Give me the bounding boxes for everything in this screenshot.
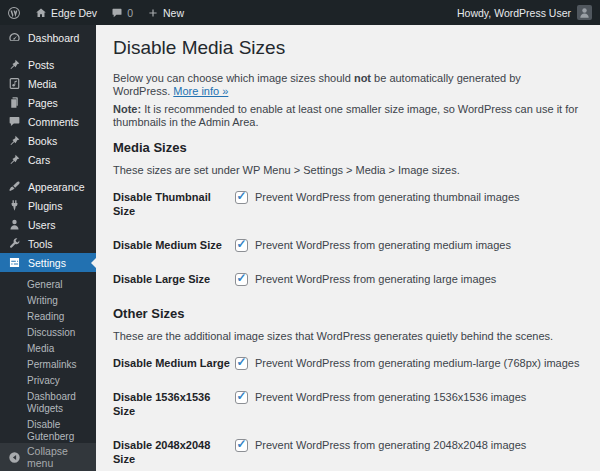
- checkmark-icon: ✓: [236, 391, 246, 402]
- comments-count: 0: [127, 7, 133, 19]
- sidebar-item-comments[interactable]: Comments: [0, 112, 96, 131]
- more-info-link[interactable]: More info »: [173, 85, 228, 97]
- pushpin-icon: [8, 153, 21, 166]
- pushpin-icon: [8, 134, 21, 147]
- checkbox[interactable]: ✓: [235, 391, 248, 404]
- settings-icon: [8, 256, 21, 269]
- submenu-item-media[interactable]: Media: [0, 341, 96, 357]
- checkmark-icon: ✓: [236, 273, 246, 284]
- setting-control[interactable]: ✓ Prevent WordPress from generating medi…: [235, 356, 579, 370]
- setting-row-medium-large: Disable Medium Large ✓ Prevent WordPress…: [113, 356, 580, 370]
- submenu-item-writing[interactable]: Writing: [0, 293, 96, 309]
- submenu-item-dashboard-widgets[interactable]: Dashboard Widgets: [0, 389, 96, 417]
- admin-bar: Edge Dev 0 New Howdy, WordPress User: [0, 0, 600, 25]
- comments-icon: [8, 115, 21, 128]
- submenu-item-discussion[interactable]: Discussion: [0, 325, 96, 341]
- sidebar-item-label: Tools: [28, 238, 53, 250]
- admin-sidebar: Dashboard Posts Media Pages Comments: [0, 25, 96, 471]
- page-title: Disable Media Sizes: [113, 37, 580, 59]
- setting-label: Disable 2048x2048 Size: [113, 438, 235, 466]
- sidebar-item-settings[interactable]: Settings: [0, 253, 96, 272]
- collapse-icon: [8, 451, 21, 464]
- note-label: Note:: [113, 103, 141, 115]
- comment-bubble-icon: [111, 7, 123, 19]
- sidebar-item-media[interactable]: Media: [0, 74, 96, 93]
- media-icon: [8, 77, 21, 90]
- checkbox-label: Prevent WordPress from generating thumbn…: [255, 190, 520, 204]
- setting-control[interactable]: ✓ Prevent WordPress from generating medi…: [235, 238, 511, 252]
- submenu-item-disable-gutenberg[interactable]: Disable Gutenberg: [0, 417, 96, 445]
- howdy-text[interactable]: Howdy, WordPress User: [457, 7, 577, 19]
- setting-row-1536: Disable 1536x1536 Size ✓ Prevent WordPre…: [113, 390, 580, 418]
- section-heading-media-sizes: Media Sizes: [113, 140, 580, 155]
- checkbox[interactable]: ✓: [235, 273, 248, 286]
- pushpin-icon: [8, 58, 21, 71]
- setting-label: Disable Medium Size: [113, 238, 235, 252]
- settings-submenu: General Writing Reading Discussion Media…: [0, 272, 96, 471]
- checkbox[interactable]: ✓: [235, 357, 248, 370]
- setting-label: Disable Large Size: [113, 272, 235, 286]
- sidebar-item-label: Cars: [28, 154, 50, 166]
- admin-bar-right: Howdy, WordPress User: [457, 0, 600, 25]
- wordpress-menu-button[interactable]: [0, 0, 28, 25]
- sidebar-item-appearance[interactable]: Appearance: [0, 177, 96, 196]
- sidebar-item-label: Appearance: [28, 181, 85, 193]
- checkbox-label: Prevent WordPress from generating medium…: [255, 356, 579, 370]
- sidebar-item-label: Plugins: [28, 200, 62, 212]
- main-content: Disable Media Sizes Below you can choose…: [96, 25, 600, 471]
- sidebar-item-plugins[interactable]: Plugins: [0, 196, 96, 215]
- submenu-item-general[interactable]: General: [0, 277, 96, 293]
- sidebar-item-label: Media: [28, 78, 57, 90]
- users-icon: [8, 218, 21, 231]
- section-heading-other-sizes: Other Sizes: [113, 306, 580, 321]
- setting-row-large: Disable Large Size ✓ Prevent WordPress f…: [113, 272, 580, 286]
- setting-row-medium: Disable Medium Size ✓ Prevent WordPress …: [113, 238, 580, 252]
- checkmark-icon: ✓: [236, 439, 246, 450]
- intro-text: Below you can choose which image sizes s…: [113, 72, 580, 98]
- checkbox[interactable]: ✓: [235, 439, 248, 452]
- sidebar-item-pages[interactable]: Pages: [0, 93, 96, 112]
- comments-menu[interactable]: 0: [104, 0, 140, 25]
- site-name-menu[interactable]: Edge Dev: [28, 0, 104, 25]
- pages-icon: [8, 96, 21, 109]
- sidebar-item-posts[interactable]: Posts: [0, 55, 96, 74]
- setting-control[interactable]: ✓ Prevent WordPress from generating 2048…: [235, 438, 526, 452]
- sidebar-item-cars[interactable]: Cars: [0, 150, 96, 169]
- sidebar-item-dashboard[interactable]: Dashboard: [0, 28, 96, 47]
- checkbox-label: Prevent WordPress from generating medium…: [255, 238, 511, 252]
- sidebar-item-users[interactable]: Users: [0, 215, 96, 234]
- setting-label: Disable Medium Large: [113, 356, 235, 370]
- checkbox-label: Prevent WordPress from generating 1536x1…: [255, 390, 526, 404]
- setting-label: Disable Thumbnail Size: [113, 190, 235, 218]
- site-name: Edge Dev: [51, 7, 97, 19]
- setting-control[interactable]: ✓ Prevent WordPress from generating thum…: [235, 190, 520, 204]
- new-label: New: [163, 7, 184, 19]
- submenu-item-privacy[interactable]: Privacy: [0, 373, 96, 389]
- note-text: Note: It is recommended to enable at lea…: [113, 103, 580, 129]
- admin-bar-left: Edge Dev 0 New: [0, 0, 191, 25]
- home-icon: [35, 7, 47, 19]
- checkbox-label: Prevent WordPress from generating 2048x2…: [255, 438, 526, 452]
- checkmark-icon: ✓: [236, 191, 246, 202]
- collapse-menu-button[interactable]: Collapse menu: [0, 443, 96, 471]
- plus-icon: [147, 7, 159, 19]
- appearance-icon: [8, 180, 21, 193]
- checkmark-icon: ✓: [236, 357, 246, 368]
- admin-menu: Dashboard Posts Media Pages Comments: [0, 25, 96, 471]
- sidebar-item-label: Comments: [28, 116, 79, 128]
- setting-control[interactable]: ✓ Prevent WordPress from generating larg…: [235, 272, 496, 286]
- new-content-menu[interactable]: New: [140, 0, 191, 25]
- section-description: These are the additional image sizes tha…: [113, 330, 580, 343]
- checkbox[interactable]: ✓: [235, 239, 248, 252]
- checkbox[interactable]: ✓: [235, 191, 248, 204]
- setting-label: Disable 1536x1536 Size: [113, 390, 235, 418]
- sidebar-item-label: Dashboard: [28, 32, 79, 44]
- user-avatar[interactable]: [577, 5, 592, 20]
- submenu-item-reading[interactable]: Reading: [0, 309, 96, 325]
- setting-control[interactable]: ✓ Prevent WordPress from generating 1536…: [235, 390, 526, 404]
- sidebar-item-books[interactable]: Books: [0, 131, 96, 150]
- wordpress-logo-icon: [7, 6, 21, 20]
- submenu-item-permalinks[interactable]: Permalinks: [0, 357, 96, 373]
- plugins-icon: [8, 199, 21, 212]
- sidebar-item-tools[interactable]: Tools: [0, 234, 96, 253]
